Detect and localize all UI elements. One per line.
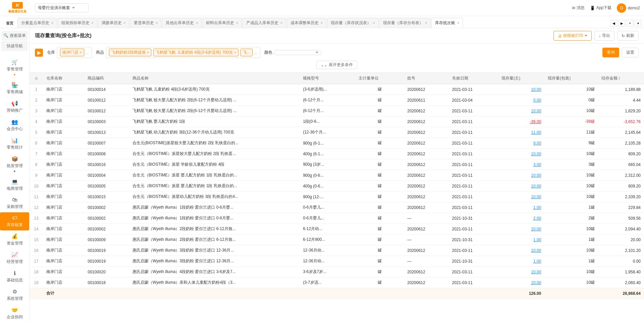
tab-10[interactable]: 现存量（库存分布表） × — [379, 18, 431, 28]
product-tag-2-label: 飞鹤星飞帆 儿童奶粉 4段(3-6岁适用) 700克 — [156, 50, 233, 55]
product-input[interactable]: 飞鹤奶粉3段两提装 × 飞鹤星飞帆 儿童奶粉 4段(3-6岁适用) 700克 ×… — [106, 47, 260, 58]
account-selector[interactable]: 母婴行业演示账套 — [35, 3, 89, 12]
tab-1[interactable]: 分量盘点单历史 × — [17, 18, 57, 28]
tabs-close-button[interactable]: × — [627, 20, 633, 26]
qty-main-link[interactable]: 10.00 — [531, 270, 541, 274]
tabs-next-button[interactable]: ▶ — [619, 20, 625, 26]
settings-button[interactable]: 设置 — [622, 48, 639, 57]
qty-main-link[interactable]: 0.00 — [533, 98, 541, 103]
warehouse-input[interactable]: 南岸门店 × ... — [57, 47, 92, 58]
qty-main-link[interactable]: -39.00 — [530, 119, 541, 124]
cell-unit: 罐 — [355, 170, 404, 181]
tab-9[interactable]: 现存量（库存状况表） × — [327, 18, 379, 28]
cell-name: 惠氏启蒙（Wyeth illuma）亲和人体儿童配方奶粉4段（3... — [129, 277, 300, 288]
refresh-button[interactable]: ↻ 刷新 — [617, 31, 639, 41]
tab-4[interactable]: 要货单历史 × — [130, 18, 162, 28]
cell-batch: 20200612 — [404, 181, 448, 192]
tab-7[interactable]: 产成品入库单历史 × — [243, 18, 286, 28]
sidebar-item-basic-info[interactable]: ℹ 基础信息 — [0, 267, 29, 286]
quick-nav-button[interactable]: 快捷导航 — [1, 41, 28, 51]
product-tag-2-close[interactable]: × — [234, 51, 236, 54]
color-input[interactable] — [274, 50, 321, 55]
table-row: 19 南岸门店 00100018 惠氏启蒙（Wyeth illuma）亲和人体儿… — [30, 277, 644, 288]
qty-main-link[interactable]: 10.00 — [531, 152, 541, 156]
tab-5[interactable]: 其他出库单历史 × — [162, 18, 202, 28]
qty-main-link[interactable]: 2.00 — [533, 216, 541, 221]
export-button[interactable]: ↓ 导出 — [594, 31, 614, 41]
search-menu-button[interactable]: 🔍 搜索菜单 — [1, 31, 28, 41]
tab-10-close[interactable]: × — [425, 21, 427, 25]
sidebar-item-retail-stats[interactable]: 📊 零售统计 — [0, 135, 29, 153]
col-settings[interactable]: ⚙ — [30, 73, 43, 84]
tab-6[interactable]: 材料出库单历史 × — [202, 18, 242, 28]
sidebar-item-wholesale[interactable]: 📦 批发管理 ▼ — [0, 153, 29, 176]
product-tag-1-close[interactable]: × — [147, 51, 149, 54]
qty-main-link[interactable]: 3.00 — [533, 162, 541, 167]
qty-main-link[interactable]: 10.00 — [531, 173, 541, 178]
tab-9-close[interactable]: × — [373, 21, 375, 25]
tab-2-close[interactable]: × — [92, 21, 94, 25]
tab-4-close[interactable]: × — [156, 21, 158, 25]
filter-expand-button[interactable]: ▶ — [35, 49, 43, 57]
tab-3[interactable]: 调拨单历史 × — [98, 18, 129, 28]
cell-name: 飞鹤星飞帆 婴儿配方奶粉 1段 — [129, 116, 300, 127]
qty-main-link[interactable]: 10.00 — [531, 280, 541, 285]
qty-main-link[interactable]: 10.00 — [531, 184, 541, 189]
tab-8-close[interactable]: × — [321, 21, 323, 25]
sidebar-item-ecommerce[interactable]: 💻 电商管理 — [0, 176, 29, 194]
sidebar-item-finance[interactable]: 💰 资金管理 — [0, 230, 29, 249]
col-batch: 批号 — [404, 73, 448, 84]
print-button[interactable]: 🖨 按模板打印 — [553, 31, 592, 41]
tab-home[interactable]: 首页 — [3, 19, 17, 28]
cell-spec: 6-12月900... — [300, 234, 355, 245]
tab-11-close[interactable]: × — [457, 21, 459, 25]
qty-main-link[interactable]: 10.00 — [531, 109, 541, 113]
tab-6-close[interactable]: × — [236, 21, 238, 25]
qty-main-link[interactable]: 11.00 — [531, 130, 541, 135]
expand-conditions-button[interactable]: ⌄⌄ 展开更多条件 — [316, 61, 357, 69]
warehouse-tag-close[interactable]: × — [80, 51, 82, 54]
cell-spec: (6-12个月... — [300, 95, 355, 106]
sidebar-item-retail-shop[interactable]: 🏪 零售商城 — [0, 79, 29, 98]
qty-main-link[interactable]: 10.00 — [531, 227, 541, 231]
tab-8[interactable]: 成本调整单历史 × — [287, 18, 326, 28]
tabs-prev-button[interactable]: ◀ — [610, 20, 617, 26]
sidebar-item-system[interactable]: ⚙ 系统管理 — [0, 286, 29, 304]
warehouse-more-icon[interactable]: ... — [86, 50, 89, 55]
product-more-icon[interactable]: ... — [254, 50, 257, 55]
sidebar-item-purchase[interactable]: 🛍 采购管理 — [0, 194, 29, 212]
cell-code: 00100018 — [84, 277, 129, 288]
message-button[interactable]: ✉ 消息 — [572, 5, 585, 11]
cell-unit: 罐 — [355, 234, 404, 245]
cell-amount: 0.00 — [598, 256, 644, 267]
cell-qty-pkg: 1罐 — [544, 202, 598, 213]
query-button[interactable]: 查询 — [602, 48, 619, 57]
cell-qty-pkg: 10罐 — [544, 245, 598, 256]
tab-1-close[interactable]: × — [51, 21, 53, 25]
tab-3-close[interactable]: × — [124, 21, 126, 25]
sidebar-item-operations[interactable]: 📈 经营管理 — [0, 249, 29, 267]
tabs-menu-button[interactable]: ▾ — [635, 20, 641, 26]
tab-2[interactable]: 组装拆卸单历史 × — [58, 18, 97, 28]
sidebar-item-marketing[interactable]: 📢 营销推广 — [0, 98, 29, 116]
sidebar-item-member[interactable]: 👥 会员中心 — [0, 116, 29, 135]
qty-main-link[interactable]: 1.00 — [533, 205, 541, 210]
app-download-button[interactable]: 📱 App下载 — [590, 5, 611, 11]
inventory-icon: 🏷 — [12, 215, 17, 221]
tab-11[interactable]: 库存批次账 × — [431, 18, 463, 28]
qty-main-link[interactable]: 9.00 — [533, 141, 541, 146]
tab-5-close[interactable]: × — [196, 21, 198, 25]
qty-main-link[interactable]: 1.00 — [533, 259, 541, 264]
cell-code: 00100015 — [84, 192, 129, 202]
qty-main-link[interactable]: 10.00 — [531, 248, 541, 253]
qty-main-link[interactable]: 10.00 — [531, 195, 541, 199]
tab-7-close[interactable]: × — [280, 21, 282, 25]
sidebar-item-inventory[interactable]: 🏷 库存核算 — [0, 212, 29, 230]
cell-no: 10 — [30, 181, 43, 192]
sidebar-item-collab[interactable]: 🤝 企业协同 — [0, 304, 29, 322]
cell-unit: 罐 — [355, 149, 404, 159]
qty-main-link[interactable]: 1.00 — [533, 237, 541, 242]
user-avatar-area[interactable]: D demo2 — [617, 3, 640, 13]
qty-main-link[interactable]: 10.00 — [531, 87, 541, 92]
sidebar-item-retail-mgmt[interactable]: 🛒 零售管理 ▼ — [0, 56, 29, 79]
